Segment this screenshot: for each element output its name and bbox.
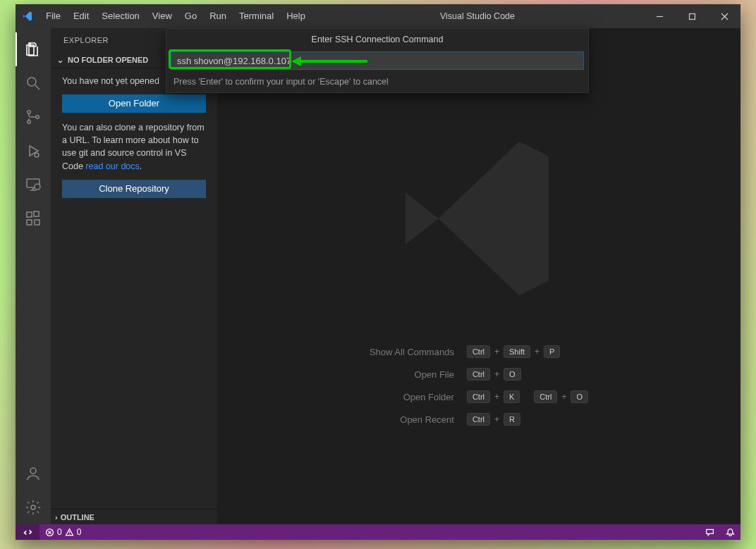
key-ctrl: Ctrl xyxy=(467,345,490,358)
menu-help[interactable]: Help xyxy=(280,4,312,28)
key-ctrl: Ctrl xyxy=(467,390,490,403)
error-count: 0 xyxy=(57,527,62,537)
ssh-command-input[interactable] xyxy=(171,51,584,70)
svg-point-11 xyxy=(35,153,39,157)
run-debug-icon[interactable] xyxy=(16,134,51,168)
vscode-window: File Edit Selection View Go Run Terminal… xyxy=(16,4,740,540)
read-docs-link[interactable]: read our docs xyxy=(85,161,139,171)
window-title: Visual Studio Code xyxy=(312,11,643,21)
svg-point-8 xyxy=(28,121,30,123)
remote-explorer-icon[interactable] xyxy=(16,168,51,202)
quick-input-panel: Enter SSH Connection Command Press 'Ente… xyxy=(166,28,589,93)
settings-gear-icon[interactable] xyxy=(16,491,51,524)
key-k: K xyxy=(504,390,520,403)
shortcut-label: Open Recent xyxy=(370,414,454,425)
svg-point-5 xyxy=(28,78,36,86)
plus-separator: + xyxy=(494,414,499,424)
svg-marker-10 xyxy=(30,146,38,156)
keyboard-shortcuts-list: Show All CommandsCtrl+Shift+POpen FileCt… xyxy=(370,345,588,426)
menu-selection[interactable]: Selection xyxy=(95,4,145,28)
key-r: R xyxy=(504,413,520,426)
close-button[interactable] xyxy=(708,4,740,28)
minimize-button[interactable] xyxy=(643,4,676,28)
menu-edit[interactable]: Edit xyxy=(67,4,95,28)
key-ctrl: Ctrl xyxy=(467,413,490,426)
shortcut-label: Show All Commands xyxy=(370,347,454,357)
shortcut-label: Open Folder xyxy=(370,392,454,402)
plus-separator: + xyxy=(535,347,539,357)
clone-repository-button[interactable]: Clone Repository xyxy=(62,180,206,198)
menu-file[interactable]: File xyxy=(39,4,67,28)
sidebar-msg-clone: You can also clone a repository from a U… xyxy=(62,121,206,173)
shortcut-keys: Ctrl+Shift+P xyxy=(467,345,588,358)
shortcut-keys: Ctrl+R xyxy=(467,413,588,426)
key-ctrl: Ctrl xyxy=(534,390,557,403)
accounts-icon[interactable] xyxy=(16,457,51,491)
menu-run[interactable]: Run xyxy=(203,4,233,28)
svg-rect-18 xyxy=(35,220,39,225)
key-p: P xyxy=(544,345,560,358)
key-o: O xyxy=(504,368,521,381)
extensions-icon[interactable] xyxy=(16,202,51,235)
plus-separator: + xyxy=(494,369,499,379)
window-controls xyxy=(643,4,740,28)
quick-input-hint: Press 'Enter' to confirm your input or '… xyxy=(166,74,588,92)
vscode-logo-icon xyxy=(16,11,39,22)
feedback-icon[interactable] xyxy=(700,524,720,540)
svg-rect-19 xyxy=(34,211,39,216)
plus-separator: + xyxy=(494,392,499,402)
shortcut-keys: Ctrl+KCtrl+O xyxy=(467,390,588,403)
activity-bar xyxy=(16,28,51,524)
menu-terminal[interactable]: Terminal xyxy=(233,4,280,28)
plus-separator: + xyxy=(494,347,499,357)
key-shift: Shift xyxy=(504,345,530,358)
vscode-watermark-icon xyxy=(387,127,571,310)
warning-icon xyxy=(65,528,74,537)
sidebar: EXPLORER ⌄ NO FOLDER OPENED You have not… xyxy=(51,28,217,524)
sidebar-section-label: NO FOLDER OPENED xyxy=(68,52,148,68)
source-control-icon[interactable] xyxy=(16,100,51,134)
svg-point-26 xyxy=(69,533,70,534)
sidebar-msg-clone-post: . xyxy=(140,161,142,171)
explorer-icon[interactable] xyxy=(16,32,51,66)
chevron-down-icon: ⌄ xyxy=(55,52,65,68)
svg-rect-17 xyxy=(27,220,32,225)
editor-watermark: Show All CommandsCtrl+Shift+POpen FileCt… xyxy=(370,127,588,426)
status-bar: 0 0 xyxy=(16,524,740,540)
svg-rect-16 xyxy=(27,212,32,217)
problems-status[interactable]: 0 0 xyxy=(39,524,87,540)
sidebar-outline-label: OUTLINE xyxy=(61,510,94,525)
plus-separator: + xyxy=(561,392,566,402)
menu-view[interactable]: View xyxy=(146,4,178,28)
svg-line-6 xyxy=(35,85,39,90)
sidebar-outline-header[interactable]: › OUTLINE xyxy=(51,509,217,524)
svg-point-9 xyxy=(36,116,39,118)
titlebar: File Edit Selection View Go Run Terminal… xyxy=(16,4,740,28)
search-icon[interactable] xyxy=(16,66,51,100)
maximize-button[interactable] xyxy=(676,4,708,28)
svg-point-15 xyxy=(35,184,40,190)
svg-point-21 xyxy=(31,505,35,510)
open-folder-button[interactable]: Open Folder xyxy=(62,94,206,113)
editor-area: Show All CommandsCtrl+Shift+POpen FileCt… xyxy=(217,28,740,524)
svg-rect-1 xyxy=(689,13,695,19)
error-icon xyxy=(45,528,54,537)
shortcut-label: Open File xyxy=(370,369,454,380)
menubar: File Edit Selection View Go Run Terminal… xyxy=(39,4,312,28)
key-ctrl: Ctrl xyxy=(467,368,490,381)
quick-input-title: Enter SSH Connection Command xyxy=(166,29,588,50)
chevron-right-icon: › xyxy=(55,510,58,525)
remote-indicator[interactable] xyxy=(16,524,39,540)
shortcut-keys: Ctrl+O xyxy=(467,368,588,381)
svg-point-7 xyxy=(28,111,30,113)
key-o: O xyxy=(571,390,588,403)
svg-point-20 xyxy=(30,468,36,474)
notifications-icon[interactable] xyxy=(720,524,740,540)
menu-go[interactable]: Go xyxy=(178,4,203,28)
warning-count: 0 xyxy=(77,527,82,537)
